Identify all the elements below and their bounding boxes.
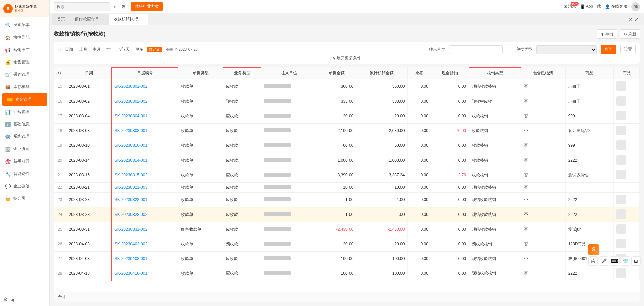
order-no-link[interactable]: SK-20230314-001 bbox=[115, 158, 147, 163]
expand-more-conditions[interactable]: ∨ 展开更多条件 bbox=[333, 55, 361, 61]
order-no-link[interactable]: SK-20230321-003 bbox=[115, 185, 147, 190]
expand-label: 展开更多条件 bbox=[337, 55, 361, 61]
float-keyboard-icon[interactable]: ⌨ bbox=[610, 256, 619, 266]
order-no-link[interactable]: SK-20230331-002 bbox=[115, 227, 147, 232]
close-window-icon[interactable]: ✕ bbox=[629, 17, 633, 22]
order-no-link[interactable]: SK-20230315-002 bbox=[115, 173, 147, 177]
date-filter-label: 日期 bbox=[65, 47, 73, 52]
tab-prepay-close-icon[interactable]: ✕ bbox=[101, 17, 104, 21]
more-filter-dots[interactable]: ... bbox=[507, 47, 512, 52]
counterpart-input[interactable] bbox=[449, 45, 503, 54]
cell-balance: 0.00 bbox=[408, 266, 431, 281]
app-download-button[interactable]: 📱 App下载 bbox=[580, 4, 601, 9]
order-no-link[interactable]: SK-20230302-002 bbox=[115, 99, 147, 104]
tab-collection-close-icon[interactable]: ✕ bbox=[140, 17, 143, 21]
table-scroll[interactable]: ⚙ 日期 单据编号 单据类型 业务类型 往来单位 单据金额 累计核销金额 余额 … bbox=[54, 67, 640, 292]
cell-amount: 1,000.00 bbox=[317, 153, 356, 168]
order-no-link[interactable]: SK-20230408-001 bbox=[115, 256, 147, 261]
column-settings-icon[interactable]: ⚙ bbox=[58, 71, 62, 75]
float-english-icon[interactable]: 英 bbox=[588, 256, 598, 266]
col-settings[interactable]: ⚙ bbox=[54, 67, 66, 79]
cell-amount: 360.00 bbox=[317, 79, 356, 94]
solution-button[interactable]: 体验行业方案 bbox=[131, 2, 163, 11]
float-s-icon[interactable]: S bbox=[588, 244, 599, 255]
sidebar-item-finance[interactable]: 💳 资金管理 bbox=[2, 93, 47, 106]
sidebar-item-company[interactable]: 🏢 企业协同 bbox=[0, 143, 49, 155]
sidebar-item-wechat[interactable]: 💬 企业微信 bbox=[0, 180, 49, 192]
cell-cumulative-amount: 100.00 bbox=[356, 251, 408, 266]
float-user-icon[interactable]: 👕 bbox=[621, 256, 630, 266]
cell-amount: 20.00 bbox=[317, 109, 356, 123]
date-this-year-btn[interactable]: 本年 bbox=[104, 46, 116, 53]
date-custom-btn[interactable]: 自定义 bbox=[147, 47, 162, 52]
sidebar-item-sales[interactable]: 💰 销售管理 bbox=[0, 56, 49, 68]
cell-seq: 24 bbox=[54, 207, 66, 222]
sidebar-item-inventory[interactable]: 📦 库存核算 bbox=[0, 81, 49, 93]
cell-voucher-type: 收款单 bbox=[178, 192, 223, 207]
cell-cumulative-amount: 1.00 bbox=[356, 192, 408, 207]
order-no-link[interactable]: SK-20230328-001 bbox=[115, 197, 147, 202]
date-this-month-btn[interactable]: 本月 bbox=[91, 46, 103, 53]
query-button[interactable]: 查询 bbox=[601, 45, 616, 54]
tabbar: 首页 预付款应付单 ✕ 收款核销执行 ✕ ✕ ⤢ bbox=[50, 13, 644, 25]
sidebar-item-member[interactable]: 👑 畅会员 bbox=[0, 192, 49, 205]
sidebar-item-newbie[interactable]: 🎯 新手引导 bbox=[0, 155, 49, 168]
order-no-link[interactable]: SK-20230328-002 bbox=[115, 212, 147, 217]
tab-home[interactable]: 首页 bbox=[52, 14, 70, 25]
float-app-icon[interactable]: ⊞ bbox=[631, 256, 641, 266]
sidebar-item-purchase[interactable]: 🛒 采购管理 bbox=[0, 68, 49, 81]
maximize-window-icon[interactable]: ⤢ bbox=[635, 17, 639, 22]
settings-gear-icon[interactable]: ⚙ bbox=[119, 2, 128, 11]
float-mic-icon[interactable]: 🎤 bbox=[599, 256, 608, 266]
online-service-button[interactable]: 👤 在线客服 bbox=[605, 4, 627, 9]
sidebar-item-hardware[interactable]: 🔧 智能硬件 bbox=[0, 168, 49, 180]
tab-collection[interactable]: 收款核销执行 ✕ bbox=[109, 14, 148, 25]
col-cash-discount: 现金折扣 bbox=[431, 67, 469, 79]
table-container: ⚙ 日期 单据编号 单据类型 业务类型 往来单位 单据金额 累计核销金额 余额 … bbox=[54, 67, 640, 302]
filter-expand-left-icon[interactable]: » bbox=[58, 47, 61, 53]
cell-voucher-type: 收款单 bbox=[178, 251, 223, 266]
export-icon: ⬆ bbox=[601, 32, 604, 37]
messages-button[interactable]: ✉ 消息 99+ bbox=[564, 4, 576, 9]
user-avatar[interactable]: Rit bbox=[631, 2, 640, 11]
col-counterpart: 往来单位 bbox=[261, 67, 317, 79]
main-area: ▼ ⚙ 体验行业方案 ✉ 消息 99+ 📱 App下载 👤 在线客服 Rit bbox=[50, 0, 644, 306]
cell-order-no: SK-20230408-001 bbox=[112, 251, 178, 266]
cell-cumulative-amount: 1.00 bbox=[356, 207, 408, 222]
order-no-link[interactable]: SK-20230308-001 bbox=[115, 128, 147, 133]
date-last-month-btn[interactable]: 上月 bbox=[77, 46, 89, 53]
sidebar-item-quicknav[interactable]: 🏠 快捷导航 bbox=[0, 31, 49, 44]
date-7days-btn[interactable]: 近7天 bbox=[117, 46, 132, 53]
online-service-label: 在线客服 bbox=[611, 4, 627, 9]
refresh-button[interactable]: ↻ 刷新 bbox=[620, 29, 640, 39]
sidebar-item-marketing[interactable]: 📢 营销推广 bbox=[0, 44, 49, 56]
order-no-link[interactable]: SK-20230403-002 bbox=[115, 242, 147, 246]
cell-biz-type: 应收款 bbox=[223, 123, 261, 138]
sidebar-item-search[interactable]: 🔍 搜索菜单 bbox=[0, 19, 49, 31]
filter-row: » 日期 上月 本月 本年 近7天 更多 自定义 不限 至 2023-07-26… bbox=[58, 45, 636, 54]
settings-footer-icon[interactable]: ⚙ bbox=[3, 296, 8, 303]
refresh-icon: ↻ bbox=[624, 32, 627, 37]
tab-prepay[interactable]: 预付款应付单 ✕ bbox=[70, 14, 109, 25]
cell-seq: 25 bbox=[54, 222, 66, 237]
cell-biz-type: 应收款 bbox=[223, 222, 261, 237]
order-no-link[interactable]: SK-20230301-002 bbox=[115, 84, 147, 89]
cell-product-img bbox=[613, 192, 639, 207]
topbar-search-input[interactable] bbox=[54, 2, 110, 11]
order-no-link[interactable]: SK-20230304-001 bbox=[115, 114, 147, 118]
collapse-icon[interactable]: ◀ bbox=[11, 297, 14, 302]
cell-include-settled: 否 bbox=[521, 123, 565, 138]
sidebar-item-label: 营销推广 bbox=[13, 47, 30, 53]
settings-button[interactable]: 设置 bbox=[620, 45, 636, 54]
dropdown-arrow-icon[interactable]: ▼ bbox=[113, 4, 117, 9]
sidebar-item-operations[interactable]: 📊 经营管理 bbox=[0, 106, 49, 118]
sidebar-item-basic[interactable]: ℹ️ 基础信息 bbox=[0, 118, 49, 130]
sidebar-item-label: 新手引导 bbox=[13, 159, 30, 164]
voucher-type-select[interactable] bbox=[536, 45, 597, 54]
sidebar-item-system[interactable]: ⚙️ 系统管理 bbox=[0, 130, 49, 143]
date-more-btn[interactable]: 更多 bbox=[133, 46, 145, 53]
order-no-link[interactable]: SK-20230418-001 bbox=[115, 271, 147, 276]
export-button[interactable]: ⬆ 导出 bbox=[597, 29, 617, 39]
order-no-link[interactable]: SK-20230310-001 bbox=[115, 143, 147, 148]
col-product: 商品 bbox=[565, 67, 613, 79]
